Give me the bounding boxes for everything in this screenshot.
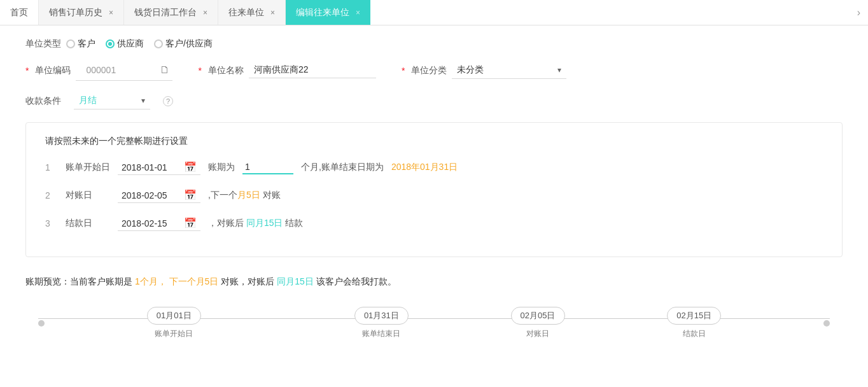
timeline-end-dot <box>823 320 830 327</box>
timeline-node-3: 02月05日 对账日 <box>511 307 565 339</box>
unit-code-group: * 单位编码 🗋 <box>25 60 172 81</box>
unit-code-icon[interactable]: 🗋 <box>160 64 170 76</box>
period-value-input[interactable] <box>242 160 293 174</box>
tab-contacts[interactable]: 往来单位 × <box>218 0 286 25</box>
radio-customer-circle <box>66 39 75 48</box>
timeline-label-2: 账单结束日 <box>362 328 400 339</box>
period-row-3: 3 结款日 📅 ，对账后 同月15日 结款 <box>45 216 823 231</box>
timeline-badge-1: 01月01日 <box>147 307 201 325</box>
timeline-badge-3: 02月05日 <box>511 307 565 325</box>
radio-supplier-label: 供应商 <box>117 38 144 50</box>
start-date-input[interactable] <box>122 162 179 172</box>
radio-group-unit-type: 客户 供应商 客户/供应商 <box>66 38 213 50</box>
unit-category-group: * 单位分类 未分类 ▾ <box>402 62 566 79</box>
period-num-3: 3 <box>45 218 58 229</box>
category-dropdown-arrow: ▾ <box>557 66 561 74</box>
timeline-start-dot <box>38 320 45 327</box>
preview-middle: 对账，对账后 <box>221 276 274 286</box>
reconcile-suffix-text: ,下一个月5日 对账 <box>208 190 281 201</box>
payment-terms-select[interactable]: 月结 ▾ <box>74 92 150 109</box>
tab-home[interactable]: 首页 <box>0 0 39 25</box>
radio-customer-supplier[interactable]: 客户/供应商 <box>154 38 213 50</box>
timeline-node-2: 01月31日 账单结束日 <box>354 307 409 339</box>
period-label-zhangqi: 账期为 <box>208 162 235 173</box>
period-num-1: 1 <box>45 162 58 172</box>
form-row-unit-type: 单位类型 客户 供应商 客户/供应商 <box>25 38 843 50</box>
unit-code-star: * <box>25 66 29 76</box>
unit-name-label: 单位名称 <box>208 65 244 76</box>
preview-text: 账期预览：当前客户账期是 1个月， 下一个月5日 对账，对账后 同月15日 该客… <box>25 276 843 288</box>
unit-name-star: * <box>198 66 201 76</box>
unit-code-input-wrapper: 🗋 <box>76 60 172 81</box>
period-num-2: 2 <box>45 190 58 201</box>
unit-code-input[interactable] <box>81 62 157 78</box>
payment-terms-help[interactable]: ? <box>163 96 173 106</box>
preview-suffix: 该客户会给我打款。 <box>316 276 396 286</box>
unit-category-value: 未分类 <box>457 64 484 76</box>
preview-section: 账期预览：当前客户账期是 1个月， 下一个月5日 对账，对账后 同月15日 该客… <box>25 270 843 346</box>
unit-name-group: * 单位名称 <box>198 62 375 78</box>
preview-part3: 同月15日 <box>277 276 316 286</box>
preview-part1: 1个月， <box>135 276 167 286</box>
radio-customer[interactable]: 客户 <box>66 38 95 50</box>
payment-terms-arrow: ▾ <box>141 96 145 105</box>
period-label-2: 对账日 <box>66 190 110 201</box>
unit-category-select[interactable]: 未分类 ▾ <box>452 62 566 79</box>
unit-name-input[interactable] <box>249 62 376 78</box>
unit-type-group: 单位类型 客户 供应商 客户/供应商 <box>25 38 213 50</box>
reconcile-date-calendar-icon[interactable]: 📅 <box>184 189 197 201</box>
reconcile-date-input[interactable] <box>122 190 179 201</box>
tab-edit-contacts-close[interactable]: × <box>356 8 360 17</box>
tabs-bar: 首页 销售订单历史 × 钱货日清工作台 × 往来单位 × 编辑往来单位 × › <box>0 0 868 25</box>
period-row-1: 1 账单开始日 📅 账期为 个月,账单结束日期为 2018年01月31日 <box>45 160 823 175</box>
timeline-badge-2: 01月31日 <box>354 307 409 325</box>
period-end-date: 2018年01月31日 <box>391 162 458 173</box>
tab-cash-work[interactable]: 钱货日清工作台 × <box>124 0 218 25</box>
tab-edit-contacts[interactable]: 编辑往来单位 × <box>286 0 370 25</box>
settlement-date-calendar-icon[interactable]: 📅 <box>184 217 197 229</box>
timeline-label-3: 对账日 <box>526 328 549 339</box>
period-box-title: 请按照未来的一个完整帐期进行设置 <box>45 136 823 147</box>
main-content: 单位类型 客户 供应商 客户/供应商 * 单位编码 <box>0 25 868 387</box>
settlement-date-input-group: 📅 <box>118 216 200 231</box>
payment-terms-label: 收款条件 <box>25 95 61 107</box>
timeline-label-1: 账单开始日 <box>155 328 193 339</box>
start-date-input-group: 📅 <box>118 160 200 175</box>
form-row-payment: 收款条件 月结 ▾ ? <box>25 92 843 109</box>
period-unit-text: 个月,账单结束日期为 <box>301 162 384 173</box>
period-row-2: 2 对账日 📅 ,下一个月5日 对账 <box>45 188 823 203</box>
timeline-node-1: 01月01日 账单开始日 <box>147 307 201 339</box>
preview-prefix: 账期预览：当前客户账期是 <box>25 276 132 286</box>
timeline-label-4: 结款日 <box>683 328 706 339</box>
start-date-calendar-icon[interactable]: 📅 <box>184 161 197 173</box>
period-box: 请按照未来的一个完整帐期进行设置 1 账单开始日 📅 账期为 个月,账单结束日期… <box>25 122 843 257</box>
unit-code-label: 单位编码 <box>35 65 71 76</box>
unit-type-label: 单位类型 <box>25 38 61 50</box>
tab-cash-work-close[interactable]: × <box>203 8 207 17</box>
timeline: 01月01日 账单开始日 01月31日 账单结束日 02月05日 对账日 <box>25 307 843 339</box>
tab-arrow[interactable]: › <box>850 0 868 25</box>
radio-both-label: 客户/供应商 <box>165 38 213 50</box>
radio-customer-label: 客户 <box>78 38 95 50</box>
preview-part2: 下一个月5日 <box>169 276 219 286</box>
radio-supplier[interactable]: 供应商 <box>106 38 144 50</box>
tab-sales-history[interactable]: 销售订单历史 × <box>39 0 124 25</box>
radio-both-circle <box>154 39 163 48</box>
period-label-3: 结款日 <box>66 218 110 229</box>
settlement-date-input[interactable] <box>122 218 179 229</box>
radio-supplier-circle <box>106 39 115 48</box>
payment-terms-value: 月结 <box>79 95 97 106</box>
period-label-1: 账单开始日 <box>66 162 110 173</box>
reconcile-date-input-group: 📅 <box>118 188 200 203</box>
settlement-suffix-text: ，对账后 同月15日 结款 <box>208 218 303 229</box>
unit-category-star: * <box>402 66 405 76</box>
timeline-node-4: 02月15日 结款日 <box>667 307 721 339</box>
unit-category-label: 单位分类 <box>411 65 447 76</box>
form-row-details: * 单位编码 🗋 * 单位名称 * 单位分类 未分类 ▾ <box>25 60 843 81</box>
timeline-badge-4: 02月15日 <box>667 307 721 325</box>
tab-contacts-close[interactable]: × <box>270 8 275 17</box>
tab-sales-history-close[interactable]: × <box>109 8 113 17</box>
